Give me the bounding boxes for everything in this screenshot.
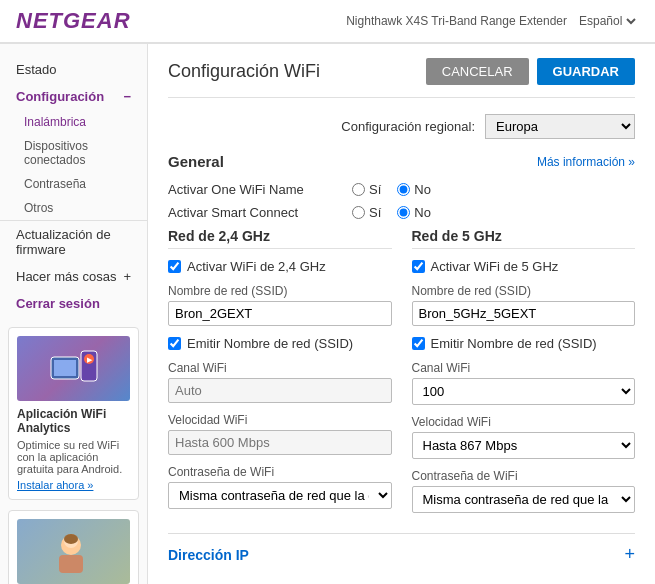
- band24-password-label: Contraseña de WiFi: [168, 465, 392, 479]
- smart-connect-label: Activar Smart Connect: [168, 205, 328, 220]
- card1-title: Aplicación WiFi Analytics: [17, 407, 130, 435]
- band5-emit-label[interactable]: Emitir Nombre de red (SSID): [412, 336, 636, 351]
- ip-expand-icon: +: [624, 544, 635, 565]
- main-header: Configuración WiFi CANCELAR GUARDAR: [168, 44, 635, 98]
- band5-channel-label: Canal WiFi: [412, 361, 636, 375]
- band-5ghz-col: Red de 5 GHz Activar WiFi de 5 GHz Nombr…: [412, 228, 636, 523]
- band5-ssid-input[interactable]: [412, 301, 636, 326]
- sidebar-card-help: ¿Necesita ayuda? Envíe sus dudas a nuest…: [8, 510, 139, 584]
- band24-activate-label[interactable]: Activar WiFi de 2,4 GHz: [168, 259, 392, 274]
- band5-ssid-row: Nombre de red (SSID): [412, 284, 636, 326]
- band24-channel-input: [168, 378, 392, 403]
- band5-activate-label[interactable]: Activar WiFi de 5 GHz: [412, 259, 636, 274]
- band-24-title: Red de 2,4 GHz: [168, 228, 392, 249]
- band24-ssid-label: Nombre de red (SSID): [168, 284, 392, 298]
- band5-activate-checkbox[interactable]: [412, 260, 425, 273]
- smart-connect-si-radio[interactable]: [352, 206, 365, 219]
- band24-password-select[interactable]: Misma contraseña de red que la de la exi…: [168, 482, 392, 509]
- more-info-link[interactable]: Más información »: [537, 155, 635, 169]
- sidebar-sub-otros[interactable]: Otros: [0, 196, 147, 220]
- smart-connect-si-option[interactable]: Sí: [352, 205, 381, 220]
- smart-connect-no-radio[interactable]: [397, 206, 410, 219]
- sidebar-item-actualizacion[interactable]: Actualización de firmware: [0, 221, 147, 263]
- one-wifi-no-label: No: [414, 182, 431, 197]
- sidebar-item-estado[interactable]: Estado: [0, 56, 147, 83]
- main-content: Configuración WiFi CANCELAR GUARDAR Conf…: [148, 44, 655, 584]
- band24-speed-input: [168, 430, 392, 455]
- card1-desc: Optimice su red WiFi con la aplicación g…: [17, 439, 130, 475]
- device-name: Nighthawk X4S Tri-Band Range Extender: [346, 14, 567, 28]
- band5-speed-label: Velocidad WiFi: [412, 415, 636, 429]
- sidebar: Estado Configuración − Inalámbrica Dispo…: [0, 44, 148, 584]
- band24-emit-row: Emitir Nombre de red (SSID): [168, 336, 392, 351]
- ip-section[interactable]: Dirección IP +: [168, 533, 635, 575]
- band5-speed-select[interactable]: Hasta 867 Mbps: [412, 432, 636, 459]
- band24-channel-row: Canal WiFi: [168, 361, 392, 403]
- band24-channel-label: Canal WiFi: [168, 361, 392, 375]
- band24-speed-row: Velocidad WiFi: [168, 413, 392, 455]
- regional-config-row: Configuración regional: Europa: [168, 114, 635, 139]
- sidebar-card-analytics: ▶ Aplicación WiFi Analytics Optimice su …: [8, 327, 139, 500]
- band5-activate-row: Activar WiFi de 5 GHz: [412, 259, 636, 274]
- smart-connect-row: Activar Smart Connect Sí No: [168, 205, 635, 220]
- band-5-title: Red de 5 GHz: [412, 228, 636, 249]
- header-right: Nighthawk X4S Tri-Band Range Extender Es…: [346, 13, 639, 29]
- one-wifi-name-radios: Sí No: [352, 182, 431, 197]
- netgear-logo: NETGEAR: [16, 8, 131, 34]
- svg-point-8: [64, 534, 78, 544]
- one-wifi-name-label: Activar One WiFi Name: [168, 182, 328, 197]
- svg-rect-1: [54, 360, 76, 376]
- band-columns: Red de 2,4 GHz Activar WiFi de 2,4 GHz N…: [168, 228, 635, 523]
- band24-emit-label[interactable]: Emitir Nombre de red (SSID): [168, 336, 392, 351]
- band24-ssid-input[interactable]: [168, 301, 392, 326]
- cancel-button[interactable]: CANCELAR: [426, 58, 529, 85]
- smart-connect-no-option[interactable]: No: [397, 205, 431, 220]
- one-wifi-no-option[interactable]: No: [397, 182, 431, 197]
- band24-activate-row: Activar WiFi de 2,4 GHz: [168, 259, 392, 274]
- general-title: General: [168, 153, 224, 170]
- layout: Estado Configuración − Inalámbrica Dispo…: [0, 44, 655, 584]
- band24-emit-checkbox[interactable]: [168, 337, 181, 350]
- band5-emit-row: Emitir Nombre de red (SSID): [412, 336, 636, 351]
- smart-connect-radios: Sí No: [352, 205, 431, 220]
- action-buttons: CANCELAR GUARDAR: [426, 58, 635, 85]
- header: NETGEAR Nighthawk X4S Tri-Band Range Ext…: [0, 0, 655, 44]
- sidebar-item-hacer-mas[interactable]: Hacer más cosas +: [0, 263, 147, 290]
- band5-ssid-label: Nombre de red (SSID): [412, 284, 636, 298]
- band24-speed-label: Velocidad WiFi: [168, 413, 392, 427]
- one-wifi-si-radio[interactable]: [352, 183, 365, 196]
- ip-section-title: Dirección IP: [168, 547, 249, 563]
- band5-speed-row: Velocidad WiFi Hasta 867 Mbps: [412, 415, 636, 459]
- save-button[interactable]: GUARDAR: [537, 58, 635, 85]
- language-select[interactable]: Español: [575, 13, 639, 29]
- regional-label: Configuración regional:: [341, 119, 475, 134]
- one-wifi-name-row: Activar One WiFi Name Sí No: [168, 182, 635, 197]
- sidebar-sub-contrasena[interactable]: Contraseña: [0, 172, 147, 196]
- band24-password-row: Contraseña de WiFi Misma contraseña de r…: [168, 465, 392, 509]
- band5-password-select[interactable]: Misma contraseña de red que la de la exi…: [412, 486, 636, 513]
- smart-connect-si-label: Sí: [369, 205, 381, 220]
- band5-password-label: Contraseña de WiFi: [412, 469, 636, 483]
- band24-ssid-row: Nombre de red (SSID): [168, 284, 392, 326]
- band24-activate-checkbox[interactable]: [168, 260, 181, 273]
- one-wifi-si-option[interactable]: Sí: [352, 182, 381, 197]
- band5-channel-row: Canal WiFi 100: [412, 361, 636, 405]
- band5-password-row: Contraseña de WiFi Misma contraseña de r…: [412, 469, 636, 513]
- band5-channel-select[interactable]: 100: [412, 378, 636, 405]
- band-24ghz-col: Red de 2,4 GHz Activar WiFi de 2,4 GHz N…: [168, 228, 392, 523]
- svg-rect-6: [59, 555, 83, 573]
- page-title: Configuración WiFi: [168, 61, 320, 82]
- sidebar-item-configuracion[interactable]: Configuración −: [0, 83, 147, 110]
- sidebar-sub-dispositivos[interactable]: Dispositivos conectados: [0, 134, 147, 172]
- sidebar-sub-inalambrica[interactable]: Inalámbrica: [0, 110, 147, 134]
- one-wifi-si-label: Sí: [369, 182, 381, 197]
- general-section-header: General Más información »: [168, 153, 635, 170]
- help-card-image: [17, 519, 130, 584]
- band5-emit-checkbox[interactable]: [412, 337, 425, 350]
- one-wifi-no-radio[interactable]: [397, 183, 410, 196]
- card1-link[interactable]: Instalar ahora »: [17, 479, 130, 491]
- analytics-card-image: ▶: [17, 336, 130, 401]
- sidebar-item-cerrar-sesion[interactable]: Cerrar sesión: [0, 290, 147, 317]
- smart-connect-no-label: No: [414, 205, 431, 220]
- regional-select[interactable]: Europa: [485, 114, 635, 139]
